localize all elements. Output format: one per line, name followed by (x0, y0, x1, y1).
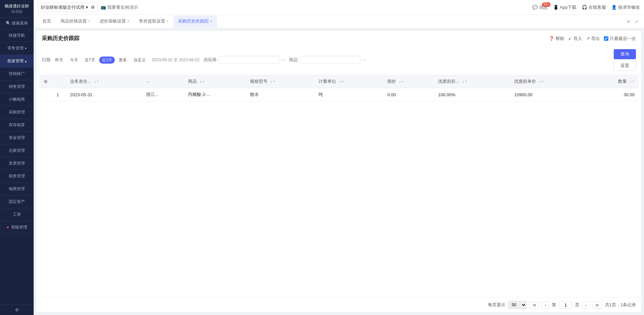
column-pre-discount-price[interactable]: 优惠前单价 ▲▼ (510, 75, 588, 88)
tab-purchase-history[interactable]: 采购历史价跟踪 × (173, 15, 217, 28)
date-options: 昨天 今天 近7天 近1月 更多 自定义 (52, 57, 148, 64)
dot-icon: ● (6, 225, 9, 230)
help-icon: ❓ (549, 36, 554, 41)
supplier-filter-group: 供应商 ··· (204, 56, 285, 64)
prev-page-button[interactable]: ‹ (542, 302, 549, 309)
headset-icon: 🎧 (582, 5, 587, 10)
chevron-down-icon: ▾ (25, 46, 27, 50)
user-account-button[interactable]: 👤 徐泽华修改 (611, 4, 640, 10)
export-button[interactable]: ↗ 导出 (586, 36, 600, 42)
column-spec[interactable]: 规格型号 ▲▼ (246, 75, 315, 88)
column-gear[interactable]: ⚙ (39, 75, 52, 88)
app-download-button[interactable]: 📱 App下载 (553, 4, 576, 10)
date-option-7days[interactable]: 近7天 (82, 57, 98, 64)
pagination-area: 每页显示 50 100 200 ⊲ ‹ 第 页 › ⊳ 共1页，1条记录 (36, 297, 641, 312)
sidebar-item-ecommerce-small[interactable]: 小畅电商 (0, 93, 34, 106)
page-title: 采购历史价跟踪 (42, 35, 79, 42)
per-page-select[interactable]: 50 100 200 (508, 301, 527, 309)
tab-selling-price[interactable]: 售价提取设置 × (134, 15, 173, 28)
sidebar-settings-icon[interactable]: ⚙ (0, 305, 34, 315)
column-quantity[interactable]: 数量 ▲▼ (588, 75, 639, 88)
supplier-input[interactable] (219, 56, 279, 64)
sidebar-item-ledger[interactable]: 总账管理 (0, 144, 34, 157)
filter-settings-button[interactable]: 设置 (614, 61, 636, 71)
sidebar-item-tax[interactable]: 税务管理 (0, 170, 34, 183)
online-service-button[interactable]: 🎧 在线客服 (582, 4, 606, 10)
filter-buttons: 查询 设置 (614, 49, 636, 71)
sidebar-search[interactable]: 🔍 搜索菜单 (0, 18, 34, 29)
date-option-yesterday[interactable]: 昨天 (52, 57, 66, 64)
panel-close-button[interactable]: ✕ (625, 18, 632, 25)
column-date[interactable]: 业务发生... ▲▼ (66, 75, 142, 88)
sidebar-item-wholesale[interactable]: 批发管理 ▴ (0, 55, 34, 68)
sidebar-item-ai[interactable]: ● 智能管理 (0, 221, 34, 234)
date-option-custom[interactable]: 自定义 (131, 57, 148, 64)
page-inner: 采购历史价跟踪 ❓ 帮助 ↙ 导入 ↗ 导出 (36, 31, 641, 312)
panel-expand-button[interactable]: ⤢ (633, 18, 640, 25)
date-option-1month[interactable]: 近1月 (99, 57, 115, 64)
supplier-more[interactable]: ··· (281, 57, 285, 63)
sort-icon: ▲▼ (94, 80, 99, 83)
next-page-button[interactable]: › (582, 302, 589, 309)
first-page-button[interactable]: ⊲ (529, 302, 539, 309)
cell-discount: 100.00% (434, 88, 510, 101)
date-option-more[interactable]: 更多 (116, 57, 130, 64)
goods-input-wrapper: ··· (300, 56, 366, 64)
page-actions: ❓ 帮助 ↙ 导入 ↗ 导出 只看最后一次 (549, 36, 636, 42)
cell-spec: 散水 (246, 88, 315, 101)
tab-close-icon[interactable]: × (88, 19, 90, 23)
help-button[interactable]: ❓ 帮助 (549, 36, 564, 42)
sidebar-item-finance[interactable]: 资金管理 (0, 132, 34, 144)
sidebar-item-sales[interactable]: 销售管理 (0, 80, 34, 93)
cell-quantity: 30.00 (588, 88, 639, 101)
sidebar-item-purchase[interactable]: 采购管理 (0, 106, 34, 119)
sidebar-quick-nav[interactable]: 快捷导航 (0, 29, 34, 42)
only-last-input[interactable] (604, 36, 608, 41)
query-button[interactable]: 查询 (614, 49, 636, 59)
sidebar-item-ecommerce[interactable]: 电商管理 (0, 183, 34, 196)
column-index (52, 75, 66, 88)
message-icon: 💬 (532, 5, 538, 10)
user-icon: 👤 (611, 5, 617, 10)
page-header: 采购历史价跟踪 ❓ 帮助 ↙ 导入 ↗ 导出 (36, 31, 641, 45)
last-page-button[interactable]: ⊳ (593, 302, 602, 309)
supplier-label: 供应商 (204, 57, 217, 63)
import-button[interactable]: ↙ 导入 (568, 36, 582, 42)
sidebar-item-marketing[interactable]: 营销推广 (0, 68, 34, 80)
only-last-checkbox[interactable]: 只看最后一次 (604, 36, 636, 42)
tab-home[interactable]: 首页 (38, 15, 56, 28)
date-range-text: 2023-05-02 至 2023-06-02 (152, 57, 199, 63)
sidebar-item-retail[interactable]: 零售管理 ▾ (0, 42, 34, 55)
sort-icon: ▲▼ (539, 80, 544, 83)
version-selector[interactable]: 好业财标准版交付试用 ▾ ⚙ (38, 3, 98, 12)
sidebar-item-inventory[interactable]: 库存核算 (0, 119, 34, 132)
column-discount[interactable]: 优惠前折... ▲▼ (434, 75, 510, 88)
cell-quote: 0.00 (383, 88, 434, 101)
sidebar-item-invoice[interactable]: 发票管理 (0, 157, 34, 170)
demo-button[interactable]: 📺 我要看实例演示 (101, 4, 138, 10)
goods-more[interactable]: ··· (362, 57, 366, 63)
table-area: ⚙ 业务发生... ▲▼ ··· 商品 ▲▼ (36, 75, 641, 297)
tab-close-icon[interactable]: × (167, 19, 169, 23)
cell-gear (39, 88, 52, 101)
date-option-today[interactable]: 今天 (67, 57, 81, 64)
page-number-input[interactable] (559, 302, 572, 309)
sidebar-item-payroll[interactable]: 工资 (0, 208, 34, 221)
tab-close-icon[interactable]: × (210, 19, 212, 23)
notification-button[interactable]: 💬 消息 99+ (532, 4, 548, 10)
tab-close-icon[interactable]: × (127, 19, 129, 23)
goods-input[interactable] (300, 56, 360, 64)
column-more[interactable]: ··· (142, 75, 184, 88)
date-filter-group: 日期 昨天 今天 近7天 近1月 更多 自定义 2023-05-02 至 202… (42, 57, 200, 64)
logo-title: 畅捷通好业财 (3, 3, 31, 9)
column-goods[interactable]: 商品 ▲▼ (184, 75, 246, 88)
per-page-label: 每页显示 (488, 302, 505, 308)
sort-icon: ▲▼ (399, 80, 404, 83)
sort-icon: ▲▼ (270, 80, 276, 83)
column-unit[interactable]: 计量单位 ▲▼ (315, 75, 383, 88)
column-quote[interactable]: 报价 ▲▼ (383, 75, 434, 88)
tab-goods-price[interactable]: 商品价格设置 × (56, 15, 95, 28)
tab-purchase-price[interactable]: 进价策略设置 × (95, 15, 134, 28)
settings-icon: ⚙ (91, 5, 95, 10)
sidebar-item-fixed-assets[interactable]: 固定资产 (0, 196, 34, 208)
